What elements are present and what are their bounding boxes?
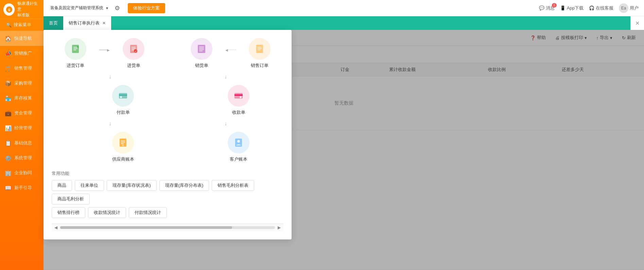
scroll-track[interactable] xyxy=(60,226,275,229)
system-title: 装备及固定资产辅助管理系统 xyxy=(50,5,103,11)
sidebar-search[interactable]: 🔍 搜索菜单 xyxy=(0,19,43,31)
phone-icon: 📱 xyxy=(560,5,565,11)
flow-node-payment[interactable]: 付款单 xyxy=(99,85,147,115)
sidebar-item-marketing[interactable]: 📣 营销推广 xyxy=(0,46,43,61)
sales-order-circle[interactable] xyxy=(249,38,271,60)
sidebar-item-sales[interactable]: 🛒 销售管理 xyxy=(0,61,43,76)
sidebar: 6 畅康通好生意 标准版 🔍 搜索菜单 🏠 快捷导航 📣 营销推广 🛒 销售管理… xyxy=(0,0,43,270)
sales-bill-circle[interactable] xyxy=(191,38,212,60)
arrow-down-purchase: ↓ xyxy=(99,74,121,79)
tab-sales-exec[interactable]: 销售订单执行表 ✕ xyxy=(63,16,111,30)
common-functions: 常用功能 商品 往来单位 现存量(库存状况表) 现存量(库存分布表) 销售毛利分… xyxy=(52,170,283,218)
logo-text: 畅康通好生意 标准版 xyxy=(17,1,40,18)
logo-icon: 6 xyxy=(3,3,15,16)
common-btn-stock-status[interactable]: 现存量(库存状况表) xyxy=(107,180,157,191)
sidebar-item-finance[interactable]: 💼 资金管理 xyxy=(0,106,43,121)
flow-row-3: 账 供应商账本 客户账本 xyxy=(52,132,283,162)
flow-node-customer[interactable]: 客户账本 xyxy=(215,132,262,162)
settings-icon[interactable]: ⚙ xyxy=(112,3,122,13)
common-btn-contacts[interactable]: 往来单位 xyxy=(75,180,104,191)
message-badge: 6 xyxy=(552,3,557,7)
flow-row-arrows: ↓ ↓ xyxy=(52,74,283,79)
flow-node-receipt[interactable]: 收款单 xyxy=(215,85,262,115)
flow-node-sales-bill[interactable]: 销货单 xyxy=(178,38,225,69)
arrow-purchase-order-to-bill xyxy=(99,48,110,52)
scroll-thumb[interactable] xyxy=(60,226,232,229)
flow-node-supplier[interactable]: 账 供应商账本 xyxy=(99,132,147,162)
system-title-dropdown[interactable]: 装备及固定资产辅助管理系统 ▾ xyxy=(49,5,109,11)
sidebar-item-inventory[interactable]: 🏪 库存核算 xyxy=(0,91,43,106)
common-functions-title: 常用功能 xyxy=(52,170,283,177)
flow-row-2: 付款单 收款单 xyxy=(52,85,283,115)
arrow-down-receipt: ↓ xyxy=(215,121,237,126)
search-icon: 🔍 xyxy=(6,22,12,28)
purchase-order-circle[interactable] xyxy=(65,38,86,60)
svg-rect-26 xyxy=(234,94,243,96)
app-download-item[interactable]: 📱 App下载 xyxy=(560,5,584,11)
svg-rect-23 xyxy=(119,94,127,96)
svg-rect-2 xyxy=(72,45,79,53)
message-item[interactable]: 💬 消息 6 xyxy=(539,5,555,11)
service-item[interactable]: 🎧 在线客服 xyxy=(589,5,613,11)
common-btn-product[interactable]: 商品 xyxy=(52,180,72,191)
base-info-icon: 📋 xyxy=(5,140,12,146)
svg-text:✓: ✓ xyxy=(135,50,137,53)
flow-node-purchase-order[interactable]: 进货订单 xyxy=(52,38,99,69)
receipt-circle[interactable] xyxy=(228,85,249,107)
common-btn-sales-margin[interactable]: 销售毛利分析表 xyxy=(212,180,254,191)
sidebar-item-base-info[interactable]: 📋 基础信息 xyxy=(0,136,43,150)
svg-point-34 xyxy=(237,140,240,143)
avatar: Ea xyxy=(619,3,628,13)
tab-home[interactable]: 首页 xyxy=(43,16,63,30)
experience-btn[interactable]: 体验行业方案 xyxy=(128,3,165,13)
flow-row-arrows2: ↓ ↓ xyxy=(52,121,283,126)
common-buttons-row2: 销售排行榜 收款情况统计 付款情况统计 xyxy=(52,207,283,218)
tab-close-icon[interactable]: ✕ xyxy=(102,21,106,25)
payment-circle[interactable] xyxy=(112,85,134,107)
common-buttons-row1: 商品 往来单位 现存量(库存状况表) 现存量(库存分布表) 销售毛利分析表 商品… xyxy=(52,180,283,204)
tab-bar: 首页 销售订单执行表 ✕ xyxy=(43,16,644,30)
svg-text:账: 账 xyxy=(122,144,124,146)
common-btn-receipt-stats[interactable]: 收款情况统计 xyxy=(88,207,126,218)
common-btn-payment-stats[interactable]: 付款情况统计 xyxy=(129,207,167,218)
header: 装备及固定资产辅助管理系统 ▾ ⚙ 体验行业方案 💬 消息 6 📱 App下载 … xyxy=(43,0,644,16)
scroll-left-btn[interactable]: ◀ xyxy=(54,225,57,230)
flow-node-sales-order[interactable]: 销售订单 xyxy=(236,38,283,69)
scroll-bar: ◀ ▶ xyxy=(52,223,283,231)
scroll-right-btn[interactable]: ▶ xyxy=(278,225,281,230)
flow-row-1: 进货订单 ✓ xyxy=(52,38,283,69)
sidebar-item-purchase[interactable]: 📦 采购管理 xyxy=(0,76,43,91)
sidebar-item-operations[interactable]: 📊 经营管理 xyxy=(0,121,43,136)
overlay[interactable]: 进货订单 ✓ xyxy=(43,30,644,270)
sidebar-navigation: 🏠 快捷导航 📣 营销推广 🛒 销售管理 📦 采购管理 🏪 库存核算 💼 资金管… xyxy=(0,31,43,270)
flow-node-purchase-bill[interactable]: ✓ 进货单 xyxy=(110,38,157,69)
purchase-icon: 📦 xyxy=(5,80,12,87)
supplier-circle[interactable]: 账 xyxy=(112,132,134,154)
purchase-bill-circle[interactable]: ✓ xyxy=(123,38,144,60)
sidebar-item-enterprise[interactable]: 🏢 企业协同 xyxy=(0,165,43,180)
common-btn-sales-rank[interactable]: 销售排行榜 xyxy=(52,207,85,218)
message-icon: 💬 xyxy=(539,5,544,11)
operations-icon: 📊 xyxy=(5,125,12,131)
common-btn-product-margin[interactable]: 商品毛利分析 xyxy=(52,194,90,204)
home-icon: 🏠 xyxy=(5,35,12,42)
svg-text:6: 6 xyxy=(8,7,10,12)
sidebar-item-quick-nav[interactable]: 🏠 快捷导航 xyxy=(0,31,43,46)
svg-point-27 xyxy=(240,96,242,98)
sidebar-logo: 6 畅康通好生意 标准版 xyxy=(0,0,43,19)
common-btn-stock-dist[interactable]: 现存量(库存分布表) xyxy=(159,180,209,191)
marketing-icon: 📣 xyxy=(5,50,12,57)
headset-icon: 🎧 xyxy=(589,5,594,11)
tab-close-all-btn[interactable]: ✕ xyxy=(630,16,644,30)
enterprise-icon: 🏢 xyxy=(5,169,12,176)
customer-circle[interactable] xyxy=(228,132,249,154)
sidebar-item-guide[interactable]: 📖 新手引导 xyxy=(0,180,43,195)
svg-point-24 xyxy=(120,96,122,98)
arrow-down-sales: ↓ xyxy=(215,74,237,79)
sales-icon: 🛒 xyxy=(5,65,12,72)
arrow-down-payment: ↓ xyxy=(99,121,121,126)
quick-nav-modal: 进货订单 ✓ xyxy=(43,30,292,239)
sidebar-item-system[interactable]: ⚙️ 系统管理 xyxy=(0,150,43,165)
user-item[interactable]: Ea 用户 xyxy=(619,3,639,13)
finance-icon: 💼 xyxy=(5,110,12,116)
